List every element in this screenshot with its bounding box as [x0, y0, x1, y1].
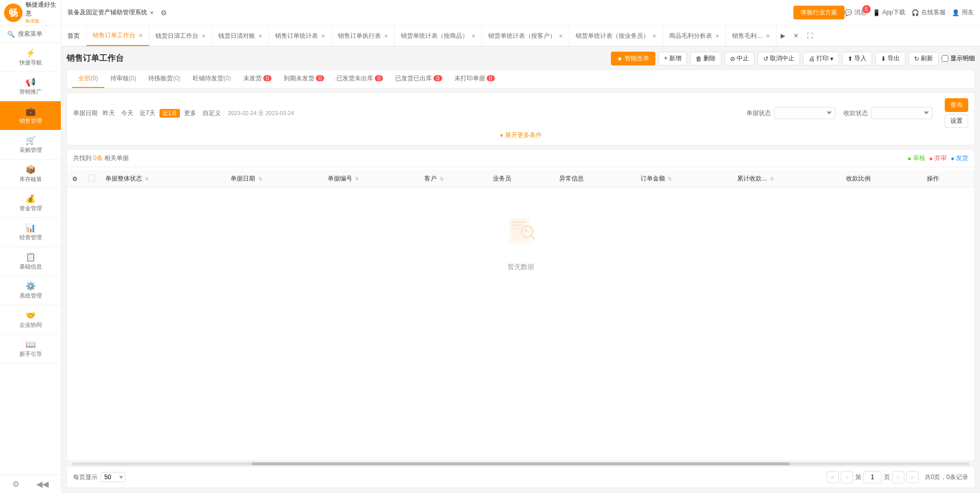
query-button[interactable]: 查询	[945, 98, 968, 112]
sub-tab-not-shipped[interactable]: 未发货 0	[237, 70, 278, 88]
sub-tab-not-printed[interactable]: 未打印单据0	[448, 70, 501, 88]
sub-tab-shipped-not-out[interactable]: 已发货未出库0	[330, 70, 389, 88]
show-detail-checkbox[interactable]	[942, 55, 948, 62]
sort-status-icon[interactable]: ⇅	[145, 176, 149, 182]
marketing-icon: 📢	[26, 77, 36, 87]
tab-more-button[interactable]: ▶	[777, 26, 789, 46]
cancel-stop-button[interactable]: ↺ 取消中止	[758, 52, 800, 65]
sub-tab-pending-review[interactable]: 待审核(0)	[104, 70, 143, 88]
topbar-gear-icon[interactable]: ⚙	[161, 9, 167, 17]
message-icon-item[interactable]: 💬 消息 6	[845, 8, 867, 17]
sidebar-search[interactable]: 🔍 搜索菜单	[0, 26, 61, 43]
close-tab-icon[interactable]: ✕	[139, 33, 143, 38]
close-tab-icon[interactable]: ✕	[201, 33, 206, 39]
print-button[interactable]: 🖨 打印 ▾	[803, 52, 839, 65]
close-tab-icon[interactable]: ✕	[321, 33, 325, 39]
last7-link[interactable]: 近7天	[138, 108, 157, 119]
tab-sales-exec[interactable]: 销售订单执行表 ✕	[332, 26, 395, 46]
sidebar-item-marketing[interactable]: 📢 营销推广	[0, 72, 61, 101]
close-tab-icon[interactable]: ✕	[766, 33, 770, 39]
sidebar-item-inventory[interactable]: 📦 库存核算	[0, 160, 61, 189]
batch-audit-button[interactable]: ● 审核	[907, 154, 925, 163]
sidebar-item-enterprise[interactable]: 🤝 企业协同	[0, 305, 61, 334]
tab-sales-margin[interactable]: 销售毛利… ✕	[726, 26, 777, 46]
operations-icon: 📊	[26, 223, 36, 233]
sort-number-icon[interactable]: ⇅	[355, 176, 359, 182]
last1m-link[interactable]: 近1月	[159, 109, 180, 118]
settings-icon[interactable]: ⚙	[12, 479, 19, 489]
sidebar-item-purchase[interactable]: 🛒 采购管理	[0, 130, 61, 160]
stop-button[interactable]: ⊘ 中止	[724, 52, 755, 65]
close-tab-icon[interactable]: ✕	[384, 33, 388, 39]
close-tab-icon[interactable]: ✕	[471, 33, 475, 39]
import-button[interactable]: ⬆ 导入	[842, 52, 872, 65]
tab-home[interactable]: 首页	[61, 26, 86, 46]
logo-text: 畅捷通好生意 标准版	[26, 1, 57, 24]
tab-sales-staff-stats[interactable]: 销货单统计表（按业务员） ✕	[569, 26, 663, 46]
next-page-button[interactable]: ›	[892, 471, 904, 483]
export-button[interactable]: ⬇ 导出	[875, 52, 905, 65]
sidebar-item-finance[interactable]: 💰 资金管理	[0, 189, 61, 218]
sub-tab-wangpu[interactable]: 旺铺待发货(0)	[187, 70, 237, 88]
status-select[interactable]	[774, 107, 835, 119]
horizontal-scrollbar[interactable]	[66, 460, 975, 466]
payment-select[interactable]	[871, 107, 932, 119]
sort-customer-icon[interactable]: ⇅	[440, 176, 444, 182]
first-page-button[interactable]: «	[827, 471, 839, 483]
select-all-checkbox[interactable]	[88, 174, 95, 182]
page-input[interactable]	[863, 471, 882, 483]
refresh-button[interactable]: ↻ 刷新	[908, 52, 939, 65]
tab-goods-stats[interactable]: 销货单统计表（按商品） ✕	[395, 26, 482, 46]
prev-page-button[interactable]: ‹	[841, 471, 853, 483]
more-date-link[interactable]: 更多	[182, 108, 198, 119]
tab-reconciliation[interactable]: 钱货日清对账 ✕	[212, 26, 269, 46]
industry-solution-button[interactable]: 体验行业方案	[793, 6, 845, 19]
tab-margin-analysis[interactable]: 商品毛利分析表 ✕	[663, 26, 726, 46]
user-avatar-item[interactable]: 👤 用友	[952, 8, 974, 17]
custom-date-link[interactable]: 自定义	[200, 108, 223, 119]
close-tab-icon[interactable]: ✕	[258, 33, 262, 39]
tab-daily-clear[interactable]: 钱货日清工作台 ✕	[149, 26, 212, 46]
sidebar-item-sales[interactable]: 💼 销售管理	[0, 101, 61, 130]
app-download-item[interactable]: 📱 App下载	[873, 8, 905, 17]
sort-accumulated-icon[interactable]: ⇅	[770, 176, 774, 182]
set-button[interactable]: 设置	[945, 114, 968, 128]
sort-date-icon[interactable]: ⇅	[258, 176, 262, 182]
sidebar-item-basic[interactable]: 📋 基础信息	[0, 247, 61, 276]
search-icon: 🔍	[7, 31, 15, 38]
today-link[interactable]: 今天	[119, 108, 135, 119]
tab-maximize-button[interactable]: ⛶	[803, 26, 817, 46]
close-tab-icon[interactable]: ✕	[715, 33, 719, 39]
tab-customer-stats[interactable]: 销货单统计表（按客户） ✕	[482, 26, 569, 46]
batch-revoke-button[interactable]: ● 弃审	[929, 154, 947, 163]
sidebar-item-quicknav[interactable]: ⚡ 快捷导航	[0, 43, 61, 72]
scrollbar-thumb[interactable]	[252, 462, 790, 465]
tab-sales-stats[interactable]: 销售订单统计表 ✕	[269, 26, 332, 46]
sort-amount-icon[interactable]: ⇅	[668, 176, 672, 182]
sidebar-item-operations[interactable]: 📊 经营管理	[0, 218, 61, 247]
add-button[interactable]: + 新增	[658, 52, 687, 65]
delete-button[interactable]: 🗑 删除	[690, 52, 721, 65]
sub-tab-all[interactable]: 全部(0)	[72, 70, 104, 88]
tab-close-all-button[interactable]: ✕	[789, 26, 803, 46]
page-size-select[interactable]: 10 20 50 100	[101, 472, 126, 482]
yesterday-link[interactable]: 昨天	[101, 108, 117, 119]
th-checkbox[interactable]	[83, 170, 100, 188]
sub-tab-shipped-out[interactable]: 已发货已出库0	[389, 70, 448, 88]
smart-generate-button[interactable]: ★ 智能生单	[611, 52, 655, 65]
sub-tab-pending-check[interactable]: 待拣验货(0)	[142, 70, 187, 88]
sidebar-item-guide[interactable]: 📖 新手引导	[0, 334, 61, 364]
online-service-item[interactable]: 🎧 在线客服	[911, 8, 946, 17]
collapse-icon[interactable]: ◀◀	[36, 479, 49, 489]
sidebar-item-system[interactable]: ⚙️ 系统管理	[0, 276, 61, 305]
sub-tabs: 全部(0) 待审核(0) 待拣验货(0) 旺铺待发货(0) 未发货 0 到期未发…	[66, 70, 975, 88]
tab-sales-order-workbench[interactable]: 销售订单工作台 ✕	[86, 26, 149, 46]
show-detail-label[interactable]: 显示明细	[942, 54, 975, 63]
expand-more-button[interactable]: ▾ 展开更多条件	[73, 131, 968, 140]
th-config[interactable]: ⚙	[67, 170, 83, 188]
sub-tab-overdue-not-shipped[interactable]: 到期未发货0	[278, 70, 330, 88]
close-tab-icon[interactable]: ✕	[559, 33, 563, 39]
batch-ship-button[interactable]: ● 发货	[951, 154, 968, 163]
close-tab-icon[interactable]: ✕	[652, 33, 656, 39]
last-page-button[interactable]: »	[906, 471, 919, 483]
